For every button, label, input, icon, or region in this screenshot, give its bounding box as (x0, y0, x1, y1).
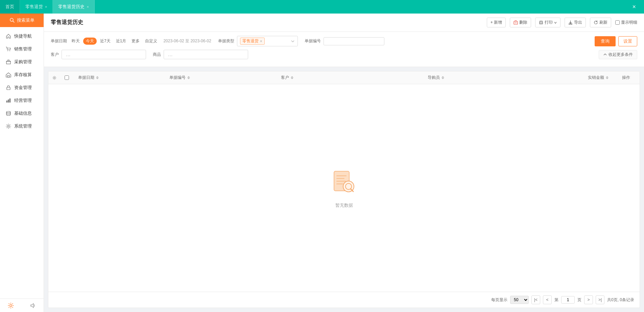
th-no-sort (187, 76, 190, 79)
refresh-button[interactable]: 刷新 (590, 18, 611, 27)
th-op: 操作 (613, 71, 640, 84)
print-icon (539, 20, 543, 25)
sidebar-nav: 快捷导航 销售管理 (0, 27, 44, 298)
sidebar-item-sales-mgmt-label: 销售管理 (14, 46, 32, 52)
settings-icon (8, 303, 14, 309)
collapse-wrapper: 收起更多条件 (599, 50, 637, 59)
page-next-btn[interactable]: > (584, 295, 593, 304)
filter-customer-item: 客户 ... (51, 50, 146, 59)
page-first-btn[interactable]: |< (531, 295, 540, 304)
svg-point-11 (8, 126, 9, 127)
tab-retail-return-history-label: 零售退货历史 (58, 4, 85, 10)
select-all-checkbox[interactable] (65, 75, 69, 80)
per-page-label: 每页显示 (491, 297, 507, 303)
filter-doc-no-label: 单据编号 (305, 38, 321, 44)
tab-home[interactable]: 首页 (0, 0, 20, 14)
export-icon (568, 20, 573, 25)
filter-doc-type-tag-close[interactable]: × (260, 39, 262, 44)
sidebar-bottom (0, 298, 44, 312)
page-input[interactable] (561, 296, 575, 304)
filter-product-select[interactable]: ... (164, 50, 248, 59)
filter-doc-type-label: 单据类型 (218, 38, 234, 44)
print-label: 打印 (545, 20, 553, 25)
page-actions: + 新增 删除 打印 (487, 18, 637, 31)
filter-date-item: 单据日期 昨天 今天 近7天 近1月 更多 自定义 2023-06-02 至 2… (51, 38, 211, 45)
filter-product-item: 商品 ... (153, 50, 248, 59)
svg-rect-23 (336, 183, 343, 184)
sidebar-item-sys-mgmt[interactable]: 系统管理 (0, 120, 44, 133)
per-page-select[interactable]: 20 50 100 (510, 296, 529, 304)
filter-doc-type-select[interactable]: 零售退货 × (237, 36, 298, 46)
collapse-label: 收起更多条件 (609, 52, 633, 58)
svg-point-18 (54, 77, 55, 78)
show-detail-checkbox[interactable] (615, 20, 620, 25)
sidebar-item-quick-nav[interactable]: 快捷导航 (0, 30, 44, 43)
sidebar: 搜索菜单 快捷导航 销售管理 (0, 14, 44, 312)
date-btn-yesterday[interactable]: 昨天 (70, 38, 82, 45)
sidebar-settings-btn[interactable] (0, 299, 22, 312)
th-guide-label: 导购员 (428, 75, 440, 81)
sidebar-item-purchase-mgmt-label: 采购管理 (14, 59, 32, 65)
warehouse-icon (5, 72, 11, 78)
content-area: 零售退货历史 + 新增 删除 (44, 14, 644, 312)
window-close-button[interactable]: × (628, 3, 640, 10)
empty-text: 暂无数据 (335, 202, 353, 208)
date-btn-more[interactable]: 更多 (129, 38, 142, 45)
print-button[interactable]: 打印 (535, 18, 560, 27)
filter-customer-select[interactable]: ... (62, 50, 146, 59)
th-checkbox[interactable] (61, 72, 74, 83)
export-button[interactable]: 导出 (565, 18, 586, 27)
svg-rect-21 (336, 178, 344, 179)
date-btn-1month[interactable]: 近1月 (114, 38, 128, 45)
th-setting[interactable] (48, 72, 61, 84)
export-label: 导出 (574, 20, 582, 25)
th-amount[interactable]: 实销金额 (535, 71, 613, 84)
sidebar-volume-btn[interactable] (22, 299, 44, 312)
filter-doc-type-tag: 零售退货 × (240, 38, 265, 45)
new-button[interactable]: + 新增 (487, 18, 506, 27)
svg-rect-8 (8, 99, 9, 103)
th-guide[interactable]: 导购员 (424, 71, 535, 84)
tab-retail-return[interactable]: 零售退货 × (20, 0, 53, 14)
sidebar-item-base-info[interactable]: 基础信息 (0, 107, 44, 120)
table-area: 单据日期 单据编号 客户 (48, 71, 640, 308)
date-btn-custom[interactable]: 自定义 (143, 38, 159, 45)
tab-retail-return-history-close[interactable]: × (87, 5, 89, 9)
th-amount-sort (606, 76, 609, 79)
th-date[interactable]: 单据日期 (74, 71, 165, 84)
collapse-button[interactable]: 收起更多条件 (599, 50, 637, 59)
filter-doc-no-input[interactable] (324, 37, 384, 45)
show-detail-label: 显示明细 (621, 20, 637, 25)
page-label: 第 (554, 297, 558, 303)
sidebar-item-purchase-mgmt[interactable]: 采购管理 (0, 55, 44, 68)
th-no-label: 单据编号 (169, 75, 186, 81)
sidebar-item-inventory[interactable]: 库存核算 (0, 68, 44, 81)
sidebar-item-biz-mgmt[interactable]: 经营管理 (0, 94, 44, 107)
sidebar-item-biz-mgmt-label: 经营管理 (14, 97, 32, 104)
sidebar-item-sys-mgmt-label: 系统管理 (14, 123, 32, 129)
sidebar-item-sales-mgmt[interactable]: 销售管理 (0, 43, 44, 55)
filter-product-dots: ... (168, 51, 172, 58)
delete-button[interactable]: 删除 (510, 18, 531, 27)
filter-row-1: 单据日期 昨天 今天 近7天 近1月 更多 自定义 2023-06-02 至 2… (51, 36, 637, 46)
query-actions: 查询 设置 (595, 36, 637, 46)
sidebar-search-button[interactable]: 搜索菜单 (0, 14, 44, 27)
tab-retail-return-close[interactable]: × (45, 5, 47, 9)
query-button[interactable]: 查询 (595, 36, 616, 46)
page-prev-btn[interactable]: < (543, 295, 552, 304)
page-last-btn[interactable]: >| (596, 295, 604, 304)
th-date-label: 单据日期 (78, 75, 94, 81)
date-btn-today[interactable]: 今天 (83, 38, 97, 45)
refresh-icon (594, 20, 598, 25)
sidebar-item-finance-label: 资金管理 (14, 85, 32, 91)
tab-retail-return-history[interactable]: 零售退货历史 × (53, 0, 94, 14)
th-no[interactable]: 单据编号 (165, 71, 277, 84)
th-customer-label: 客户 (281, 75, 289, 81)
pagination: 每页显示 20 50 100 |< < 第 页 > >| 共0页, 0条记录 (48, 292, 640, 308)
date-btn-7days[interactable]: 近7天 (98, 38, 113, 45)
sidebar-item-finance[interactable]: 资金管理 (0, 81, 44, 94)
filter-doc-type-item: 单据类型 零售退货 × (218, 36, 298, 46)
svg-point-2 (7, 50, 8, 51)
setting-button[interactable]: 设置 (618, 36, 637, 46)
th-customer[interactable]: 客户 (277, 71, 423, 84)
